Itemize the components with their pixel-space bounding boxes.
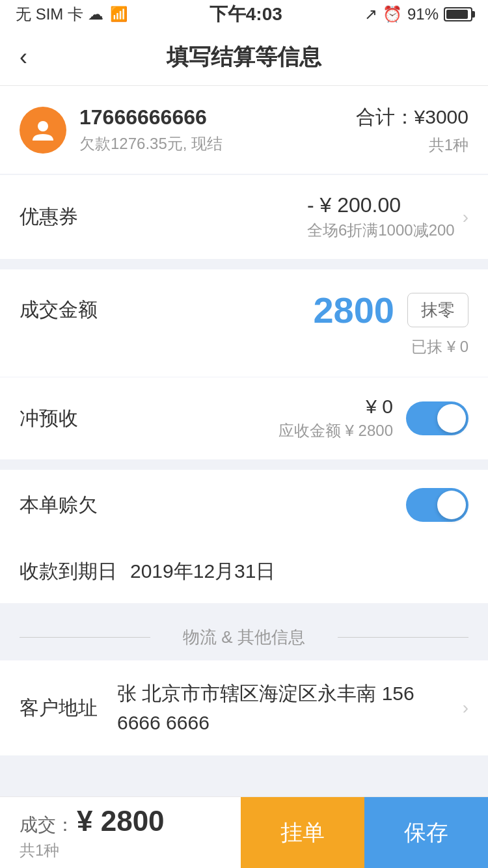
coupon-desc: 全场6折满1000减200 (307, 220, 455, 241)
bottom-summary: 成交： ¥ 2800 共1种 (0, 805, 241, 861)
customer-left: 17666666666 欠款1276.35元, 现结 (20, 105, 223, 154)
back-button[interactable]: ‹ (20, 44, 27, 71)
toggle-knob (437, 404, 466, 433)
prepaid-sub: 应收金额 ¥ 2800 (278, 420, 393, 441)
bottom-count: 共1种 (20, 840, 221, 861)
due-date-row: 收款到期日 2019年12月31日 (0, 540, 488, 603)
deal-sub: 已抹 ¥ 0 (20, 336, 468, 357)
customer-debt: 欠款1276.35元, 现结 (79, 133, 223, 154)
chevron-right-icon: › (463, 207, 468, 228)
nav-bar: ‹ 填写结算等信息 (0, 29, 488, 86)
wifi-icon: 📶 (110, 6, 128, 23)
logistics-header: 物流 & 其他信息 (0, 614, 488, 660)
total-amount: 合计：¥3000 (356, 104, 468, 131)
deal-amount-value: 2800 (313, 289, 394, 331)
customer-info: 17666666666 欠款1276.35元, 现结 (79, 105, 223, 154)
prepaid-row: 冲预收 ¥ 0 应收金额 ¥ 2800 (0, 377, 488, 459)
coupon-right: - ¥ 200.00 全场6折满1000减200 › (307, 193, 468, 241)
prepaid-value-block: ¥ 0 应收金额 ¥ 2800 (278, 396, 393, 441)
total-count: 共1种 (356, 135, 468, 156)
section-divider-1 (0, 259, 488, 269)
location-icon: ↗ (364, 5, 377, 23)
page-title: 填写结算等信息 (167, 42, 321, 72)
coupon-row[interactable]: 优惠券 - ¥ 200.00 全场6折满1000减200 › (0, 175, 488, 259)
bottom-bar: 成交： ¥ 2800 共1种 挂单 保存 (0, 796, 488, 868)
due-date-value: 2019年12月31日 (130, 558, 275, 585)
address-row[interactable]: 客户地址 张 北京市市辖区海淀区永丰南 156 6666 6666 › (0, 660, 488, 755)
address-right: › (463, 698, 468, 718)
status-left: 无 SIM 卡 ☁ 📶 (16, 4, 128, 25)
hold-button[interactable]: 挂单 (241, 797, 364, 869)
debt-toggle-knob (437, 491, 466, 519)
avatar (20, 107, 66, 154)
deal-section: 成交金额 2800 抹零 已抹 ¥ 0 (0, 269, 488, 377)
bottom-amount: ¥ 2800 (77, 805, 165, 837)
address-label: 客户地址 (20, 695, 98, 722)
battery-percent: 91% (407, 5, 439, 23)
address-chevron-icon: › (463, 698, 468, 718)
status-bar: 无 SIM 卡 ☁ 📶 下午4:03 ↗ ⏰ 91% (0, 0, 488, 29)
debt-row: 本单赊欠 (0, 470, 488, 540)
customer-card: 17666666666 欠款1276.35元, 现结 合计：¥3000 共1种 (0, 86, 488, 174)
customer-phone: 17666666666 (79, 105, 223, 129)
status-time: 下午4:03 (210, 2, 282, 27)
address-value: 张 北京市市辖区海淀区永丰南 156 6666 6666 (117, 679, 463, 737)
prepaid-right: ¥ 0 应收金额 ¥ 2800 (278, 396, 468, 441)
status-right: ↗ ⏰ 91% (364, 5, 472, 23)
prepaid-label: 冲预收 (20, 405, 78, 432)
round-button[interactable]: 抹零 (407, 293, 468, 327)
no-sim-text: 无 SIM 卡 ☁ (16, 4, 103, 25)
deal-right: 2800 抹零 (313, 289, 468, 331)
debt-label: 本单赊欠 (20, 492, 98, 519)
logistics-line-right (338, 637, 468, 638)
content: 17666666666 欠款1276.35元, 现结 合计：¥3000 共1种 … (0, 86, 488, 868)
deal-amount-label: 成交金额 (20, 297, 98, 323)
coupon-discount: - ¥ 200.00 (307, 193, 455, 217)
svg-point-0 (38, 121, 48, 131)
battery-icon (444, 7, 472, 21)
section-divider-2 (0, 459, 488, 470)
deal-row: 成交金额 2800 抹零 (20, 289, 468, 331)
prepaid-value: ¥ 0 (278, 396, 393, 418)
due-date-label: 收款到期日 (20, 558, 117, 585)
customer-right: 合计：¥3000 共1种 (356, 104, 468, 156)
save-button[interactable]: 保存 (364, 797, 488, 869)
section-divider-3 (0, 603, 488, 614)
debt-toggle[interactable] (406, 488, 468, 522)
coupon-label: 优惠券 (20, 204, 78, 230)
logistics-text: 物流 & 其他信息 (183, 626, 305, 649)
prepaid-toggle[interactable] (406, 401, 468, 435)
logistics-line-left (20, 637, 150, 638)
bottom-deal-label: 成交： (20, 813, 74, 837)
alarm-icon: ⏰ (383, 5, 402, 23)
